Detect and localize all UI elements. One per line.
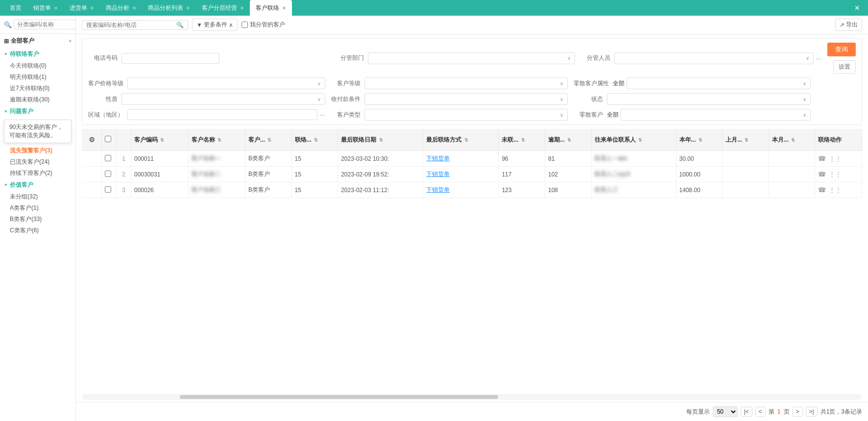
cell-last-contact-method-2[interactable]: 下销货单 <box>423 167 499 182</box>
tab-close-purchase-order[interactable]: ✕ <box>90 5 94 11</box>
sidebar-item-overdue-pending[interactable]: 逾期未联络(30) <box>0 94 75 105</box>
my-customers-checkbox[interactable] <box>241 22 248 28</box>
sidebar-search-input[interactable] <box>14 20 76 29</box>
sidebar-item-today-pending[interactable]: 今天待联络(0) <box>0 60 75 72</box>
sidebar-item-class-c[interactable]: C类客户(6) <box>0 225 75 236</box>
action-icon-more-3[interactable]: ⋮⋮ <box>829 186 842 194</box>
window-close-icon[interactable]: ✕ <box>850 4 864 12</box>
filter-region-input[interactable] <box>127 109 317 120</box>
query-btn[interactable]: 查询 <box>827 43 856 56</box>
filter-customer-level-select[interactable]: ∨ <box>364 77 568 89</box>
col-customer-type[interactable]: 客户... ⇅ <box>245 129 292 151</box>
tab-product-analysis-list[interactable]: 商品分析列表 ✕ <box>142 0 196 16</box>
row-checkbox-3[interactable] <box>105 186 111 193</box>
tab-purchase-order[interactable]: 进货单 ✕ <box>64 0 100 16</box>
col-this-year[interactable]: 本年... ⇅ <box>676 129 723 151</box>
cell-last-contact-method-3[interactable]: 下销货单 <box>423 182 499 198</box>
col-last-contact-method[interactable]: 最后联络方式 ⇅ <box>423 129 499 151</box>
filter-region-more-dots[interactable]: ··· <box>319 111 325 119</box>
tab-home[interactable]: 首页 <box>4 0 27 16</box>
filter-customer-type-select[interactable]: ∨ <box>364 109 568 121</box>
filter-row-1: 电话号码 分管部门 ∨ 分管人员 ∨ ··· <box>88 43 856 74</box>
sidebar-item-class-b[interactable]: B类客户(33) <box>0 214 75 225</box>
filter-scattered-attr-select[interactable]: ∨ <box>627 77 811 89</box>
sidebar-item-class-a[interactable]: A类客户(1) <box>0 202 75 214</box>
sidebar-group-pending-contact[interactable]: ▼ 待联络客户 <box>0 48 75 60</box>
tab-close-customer-tiers[interactable]: ✕ <box>240 5 244 11</box>
sidebar-item-churned[interactable]: 已流失客户(24) <box>0 156 75 168</box>
next-page-btn[interactable]: > <box>793 407 803 417</box>
filter-person-select: ∨ ··· <box>614 52 821 64</box>
row-checkbox-2[interactable] <box>105 171 111 177</box>
settings-btn[interactable]: 设置 <box>833 60 856 74</box>
tab-close-sales-order[interactable]: ✕ <box>54 5 58 11</box>
row-checkbox-1[interactable] <box>105 155 111 161</box>
action-icon-contact-2[interactable]: ☎ <box>818 171 826 178</box>
filter-person-select-box[interactable]: ∨ <box>614 52 814 64</box>
cell-check-3[interactable] <box>102 182 117 198</box>
cell-action-3: ☎ ⋮⋮ <box>815 182 862 198</box>
tab-close-product-analysis-list[interactable]: ✕ <box>186 5 190 11</box>
scrollbar-thumb[interactable] <box>180 395 498 399</box>
action-icon-more-1[interactable]: ⋮⋮ <box>829 155 842 162</box>
col-customer-code[interactable]: 客户编码 ⇅ <box>131 129 189 151</box>
sidebar-group-problem-customers[interactable]: ▼ 问题客户 <box>0 105 75 118</box>
export-btn[interactable]: ↗ 导出 <box>835 19 862 31</box>
cell-check-2[interactable] <box>102 167 117 182</box>
sidebar-all-customers[interactable]: ⊞ 全部客户 « <box>0 34 75 48</box>
cell-check-1[interactable] <box>102 151 117 167</box>
tab-close-customer-contact[interactable]: ✕ <box>282 5 286 11</box>
sidebar-tooltip: 90天未交易的客户，可能有流失风险。 <box>4 120 72 143</box>
sidebar-item-tomorrow-pending[interactable]: 明天待联络(1) <box>0 72 75 83</box>
col-last-month[interactable]: 上月... ⇅ <box>723 129 769 151</box>
tab-customer-contact[interactable]: 客户联络 ✕ <box>250 0 292 16</box>
toolbar-search-input[interactable] <box>86 22 174 28</box>
tab-sales-order[interactable]: 销货单 ✕ <box>27 0 64 16</box>
select-all-checkbox[interactable] <box>105 136 111 142</box>
filter-dept-select[interactable]: ∨ <box>368 52 575 64</box>
col-customer-name[interactable]: 客户名称 ⇅ <box>188 129 245 151</box>
filter-scattered-customer-select[interactable]: ∨ <box>621 109 811 121</box>
prev-page-btn[interactable]: < <box>755 407 766 417</box>
last-page-btn[interactable]: >| <box>806 407 818 417</box>
per-page-select[interactable]: 50 100 200 <box>713 406 738 417</box>
first-page-btn[interactable]: |< <box>741 407 752 417</box>
col-gear[interactable]: ⚙ <box>82 129 102 151</box>
filter-nature-select[interactable]: ∨ <box>121 93 325 105</box>
sidebar-group-value-customers[interactable]: ▼ 价值客户 <box>0 179 75 191</box>
cell-gear-3 <box>82 182 102 198</box>
filter-phone-input[interactable] <box>121 53 219 64</box>
cell-last-contact-method-1[interactable]: 下销货单 <box>423 151 499 167</box>
cell-code-1: 000011 <box>131 151 189 167</box>
col-unit-contact[interactable]: 往来单位联系人 ⇅ <box>591 129 676 151</box>
filter-dept-label: 分管部门 <box>335 54 364 62</box>
action-icon-contact-1[interactable]: ☎ <box>818 155 826 162</box>
filter-payment-select[interactable]: ∨ <box>364 93 568 105</box>
sidebar-item-7days-pending[interactable]: 近7天待联络(0) <box>0 83 75 94</box>
table-settings-gear[interactable]: ⚙ <box>85 133 98 147</box>
col-overdue[interactable]: 逾期... ⇅ <box>545 129 592 151</box>
tab-customer-tiers[interactable]: 客户分层经营 ✕ <box>196 0 250 16</box>
tab-close-product-analysis[interactable]: ✕ <box>132 5 136 11</box>
action-icon-more-2[interactable]: ⋮⋮ <box>829 171 842 178</box>
col-contact[interactable]: 联络... ⇅ <box>291 129 338 151</box>
sidebar-item-declining[interactable]: 持续下滑客户(2) <box>0 168 75 179</box>
sidebar-item-ungraded[interactable]: 未分组(32) <box>0 191 75 202</box>
page-label: 第 <box>769 408 774 416</box>
cell-contact-3: 15 <box>291 182 338 198</box>
filter-person-more-dots[interactable]: ··· <box>816 54 821 62</box>
col-last-contact-date[interactable]: 最后联络日期 ⇅ <box>338 129 423 151</box>
filter-price-level-select[interactable]: ∨ <box>127 77 325 89</box>
col-this-month[interactable]: 本月... ⇅ <box>769 129 815 151</box>
col-uncontacted[interactable]: 未联... ⇅ <box>499 129 545 151</box>
more-conditions-btn[interactable]: ▼ 更多条件 ∧ <box>192 19 238 31</box>
tab-product-analysis[interactable]: 商品分析 ✕ <box>100 0 142 16</box>
col-checkbox[interactable] <box>102 129 117 151</box>
action-icons-3: ☎ ⋮⋮ <box>818 186 859 194</box>
action-icon-contact-3[interactable]: ☎ <box>818 186 826 194</box>
toolbar-search-icon[interactable]: 🔍 <box>176 22 184 28</box>
filter-status-select[interactable]: ∨ <box>607 93 811 105</box>
horizontal-scrollbar[interactable] <box>82 394 862 400</box>
sidebar-item-churn-warning[interactable]: 流失预警客户(3) <box>0 145 75 156</box>
my-customers-checkbox-area[interactable]: 我分管的客户 <box>241 21 285 29</box>
